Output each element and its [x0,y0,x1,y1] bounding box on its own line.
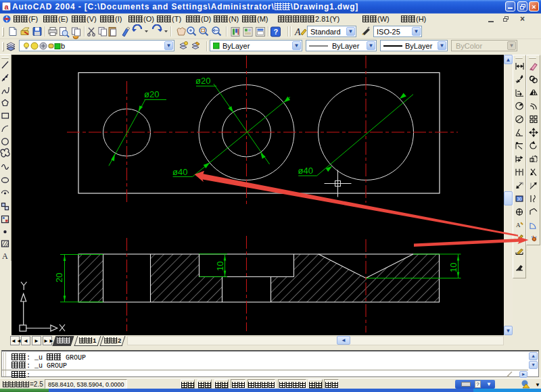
svg-text:A: A [2,251,8,261]
svg-text:A: A [516,222,521,228]
svg-text:A: A [294,27,301,37]
svg-text:30: 30 [517,197,522,201]
svg-text:?: ? [274,28,279,36]
